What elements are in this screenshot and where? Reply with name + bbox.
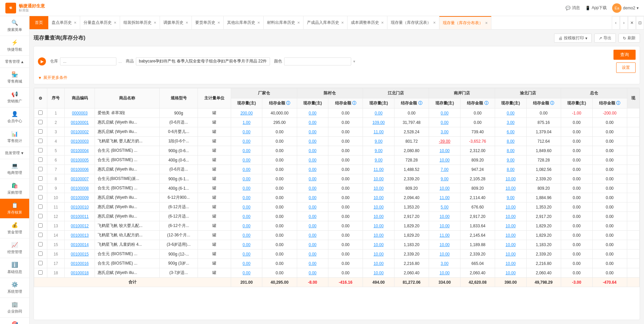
tab-stock-status-close[interactable]: ✕: [433, 21, 436, 25]
row-checkbox[interactable]: [38, 129, 43, 134]
row-checkbox[interactable]: [38, 223, 43, 228]
row-checkbox[interactable]: [38, 261, 43, 265]
sidebar-item-basic-info[interactable]: ℹ️ 基础信息: [0, 258, 29, 278]
cell-code[interactable]: 00100005: [65, 155, 95, 165]
sidebar-item-guide[interactable]: 🎯 新手引导: [0, 318, 29, 324]
sidebar-item-purchase[interactable]: 🛍️ 采购管理: [0, 179, 29, 199]
cell-nanan-stock[interactable]: 3.00: [429, 127, 461, 137]
cell-jiangbei-stock[interactable]: 11.00: [363, 127, 394, 137]
cell-code[interactable]: 00100018: [65, 268, 95, 278]
row-checkbox[interactable]: [38, 214, 43, 218]
cell-nanan-stock[interactable]: 10.00: [429, 240, 461, 249]
cell-factory-stock[interactable]: 0.00: [231, 146, 262, 155]
row-checkbox[interactable]: [38, 120, 43, 124]
expand-conditions-btn[interactable]: ▼ 展开更多条件: [38, 75, 636, 81]
cell-chen-stock[interactable]: 0.00: [297, 184, 328, 193]
cell-nanan-stock[interactable]: 10.00: [429, 221, 461, 231]
tabs-close-all-btn[interactable]: ✕: [628, 16, 636, 30]
cell-chen-stock[interactable]: 0.00: [297, 127, 328, 137]
app-download-btn[interactable]: 📱 App下载: [585, 5, 607, 11]
cell-code[interactable]: 00100006: [65, 165, 95, 174]
tabs-expand-btn[interactable]: ⊡: [636, 16, 644, 30]
cell-yubei-stock[interactable]: 8.00: [495, 165, 526, 174]
sidebar-item-search[interactable]: 🔍 搜索英单: [0, 16, 29, 36]
cell-chen-stock[interactable]: 0.00: [297, 240, 328, 249]
cell-nanan-stock[interactable]: 10.00: [429, 212, 461, 221]
cell-jiangbei-stock[interactable]: 10.00: [363, 202, 394, 212]
th-settings[interactable]: ⚙: [34, 88, 47, 108]
cell-code[interactable]: 0000003: [65, 108, 95, 118]
cell-nanan-stock[interactable]: 9.00: [429, 174, 461, 184]
cell-yubei-stock[interactable]: 10.00: [495, 240, 526, 249]
cell-yubei-stock[interactable]: 10.00: [495, 231, 526, 240]
cell-nanan-stock[interactable]: 10.00: [429, 155, 461, 165]
cell-checkbox[interactable]: [34, 174, 47, 184]
cell-jiangbei-stock[interactable]: 10.00: [363, 221, 394, 231]
cell-checkbox[interactable]: [34, 155, 47, 165]
cell-code[interactable]: 00100007: [65, 174, 95, 184]
tab-cost-adjust-close[interactable]: ✕: [381, 21, 384, 25]
tab-cost-adjust[interactable]: 成本调整单历史 ✕: [347, 16, 387, 30]
cell-chen-stock[interactable]: 0.00: [297, 118, 328, 127]
cell-chen-stock[interactable]: 0.00: [297, 212, 328, 221]
tab-home[interactable]: 首页: [30, 16, 48, 30]
cell-checkbox[interactable]: [34, 202, 47, 212]
sidebar-item-wholesale[interactable]: 批发管理 ▼: [0, 147, 29, 159]
cell-chen-stock[interactable]: 0.00: [297, 137, 328, 146]
row-checkbox[interactable]: [38, 195, 43, 199]
cell-checkbox[interactable]: [34, 259, 47, 268]
print-btn[interactable]: 🖨 按模板打印 ▾: [554, 34, 592, 43]
filter-toggle-btn[interactable]: ▶: [38, 57, 46, 65]
cell-chen-stock[interactable]: 0.00: [297, 231, 328, 240]
cell-chen-stock[interactable]: 0.00: [297, 249, 328, 259]
cell-jiangbei-stock[interactable]: 9.00: [363, 146, 394, 155]
setting-btn[interactable]: 设置: [616, 62, 636, 73]
cell-code[interactable]: 00100001: [65, 118, 95, 127]
cell-jiangbei-stock[interactable]: 10.00: [363, 212, 394, 221]
tab-stock-status[interactable]: 现存量（库存状况表） ✕: [387, 16, 439, 30]
tab-other-out-close[interactable]: ✕: [257, 21, 260, 25]
sidebar-item-retail-mgmt[interactable]: 零售管理 ▲: [0, 56, 29, 68]
row-checkbox[interactable]: [38, 139, 43, 143]
tab-production-in[interactable]: 产成品入库单历史 ✕: [304, 16, 347, 30]
cell-nanan-stock[interactable]: -39.00: [429, 137, 461, 146]
tab-allocation[interactable]: 调拨单历史 ✕: [160, 16, 192, 30]
cell-code[interactable]: 00100015: [65, 249, 95, 259]
cell-code[interactable]: 00100008: [65, 184, 95, 193]
cell-chen-stock[interactable]: 0.00: [297, 221, 328, 231]
row-checkbox[interactable]: [38, 233, 43, 237]
tabs-next-btn[interactable]: ›: [620, 16, 628, 30]
export-btn[interactable]: ↗ 导出: [594, 34, 616, 43]
row-checkbox[interactable]: [38, 242, 43, 246]
cell-checkbox[interactable]: [34, 165, 47, 174]
cell-factory-stock[interactable]: 0.00: [231, 155, 262, 165]
cell-jiangbei-stock[interactable]: 10.00: [363, 268, 394, 278]
cell-factory-stock[interactable]: 0.00: [231, 202, 262, 212]
tab-purchase-order[interactable]: 要货单历史 ✕: [192, 16, 224, 30]
cell-chen-stock[interactable]: 0.00: [297, 193, 328, 202]
cell-nanan-stock[interactable]: 10.00: [429, 184, 461, 193]
cell-jiangbei-stock[interactable]: 10.00: [363, 184, 394, 193]
cell-code[interactable]: 00100002: [65, 127, 95, 137]
cell-nanan-stock[interactable]: 5.00: [429, 202, 461, 212]
cell-chen-stock[interactable]: 0.00: [297, 259, 328, 268]
cell-factory-stock[interactable]: 0.00: [231, 221, 262, 231]
cell-nanan-stock[interactable]: 7.00: [429, 165, 461, 174]
cell-chen-stock[interactable]: 0.00: [297, 146, 328, 155]
cell-factory-stock[interactable]: 0.00: [231, 268, 262, 278]
cell-chen-stock[interactable]: 0.00: [297, 108, 328, 118]
sidebar-item-retail-stats[interactable]: 📊 零售统计: [0, 127, 29, 147]
tab-stocktake[interactable]: 盘点单历史 ✕: [48, 16, 80, 30]
sidebar-item-finance[interactable]: 💰 资金管理: [0, 219, 29, 238]
cell-code[interactable]: 00100009: [65, 193, 95, 202]
sidebar-item-marketing[interactable]: 📢 营销推广: [0, 88, 29, 107]
tab-allocation-close[interactable]: ✕: [185, 21, 188, 25]
cell-factory-stock[interactable]: 0.00: [231, 249, 262, 259]
sidebar-item-operations[interactable]: 📈 经营管理: [0, 238, 29, 258]
cell-jiangbei-stock[interactable]: 10.00: [363, 240, 394, 249]
message-btn[interactable]: 💬 消息: [566, 5, 580, 11]
cell-checkbox[interactable]: [34, 108, 47, 118]
cell-yubei-stock[interactable]: 9.00: [495, 155, 526, 165]
cell-nanan-stock[interactable]: 10.00: [429, 268, 461, 278]
cell-factory-stock[interactable]: 1.00: [231, 118, 262, 127]
